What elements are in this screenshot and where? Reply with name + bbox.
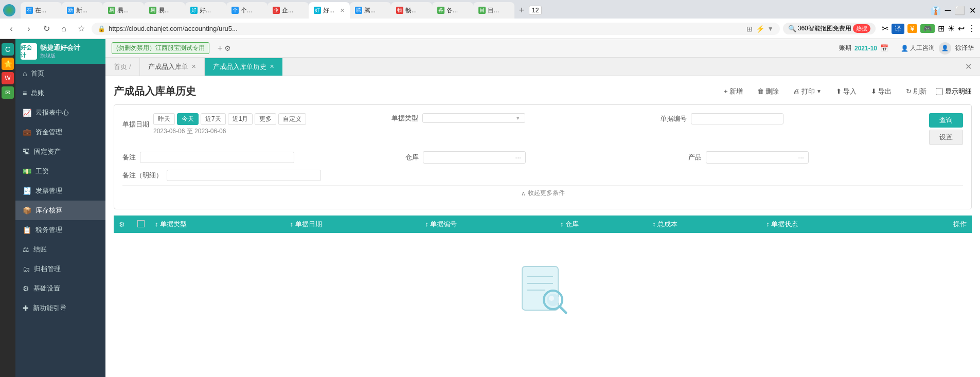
translate-icon[interactable]: 译 — [892, 24, 904, 34]
search-row-1: 单据日期 昨天 今天 近7天 近1月 更多 自定义 2 — [122, 113, 963, 145]
import-button[interactable]: ⬆ 导入 — [831, 85, 862, 98]
tab-history-close-icon[interactable]: ✕ — [270, 63, 274, 70]
sidebar-item-new-features[interactable]: ✚ 新功能引导 — [15, 298, 105, 318]
number-input[interactable] — [691, 113, 783, 124]
refresh-button[interactable]: ↻ 刷新 — [901, 85, 932, 98]
close-panel-icon[interactable]: ✕ — [965, 62, 972, 71]
yuan-icon[interactable]: ¥ — [907, 24, 917, 33]
browser-tab-4[interactable]: 易 易... — [144, 2, 185, 19]
type-select[interactable]: ▼ — [422, 113, 525, 123]
print-button[interactable]: 🖨 打印 ▼ — [788, 85, 827, 98]
breadcrumb-home[interactable]: 首页 — [114, 62, 127, 71]
sidebar-item-general-ledger[interactable]: ≡ 总账 — [15, 83, 105, 103]
warehouse-select[interactable]: ··· — [423, 151, 526, 164]
col-warehouse[interactable]: ↕ 仓库 — [555, 216, 647, 233]
page-title: 产成品入库单历史 — [114, 84, 196, 98]
workspace-settings-icon[interactable]: ⚙ — [224, 44, 231, 52]
tab-8-close-icon[interactable]: ✕ — [340, 7, 345, 14]
sidebar-item-home[interactable]: ⌂ 首页 — [15, 64, 105, 83]
browser-tab-9[interactable]: 腾 腾... — [350, 2, 391, 19]
home-browser-button[interactable]: ⌂ — [57, 22, 71, 36]
game-icon[interactable]: 🎮 — [920, 24, 935, 33]
browser-tab-1[interactable]: 在 在... — [21, 2, 62, 19]
filter-more[interactable]: 更多 — [255, 113, 276, 125]
search-bar-ext[interactable]: 🔍 360智能抠图免费用 热搜 — [783, 23, 876, 34]
icon-sidebar-weibo[interactable]: W — [2, 72, 14, 84]
maximize-button[interactable]: ⬜ — [955, 6, 965, 15]
sidebar-item-inventory[interactable]: 📦 库存核算 — [15, 201, 105, 220]
col-status[interactable]: ↕ 单据状态 — [761, 216, 896, 233]
col-checkbox[interactable] — [132, 216, 150, 233]
browser-tab-2[interactable]: 新 新... — [62, 2, 103, 19]
col-actions: 操作 — [896, 216, 972, 233]
dropdown-icon[interactable]: ▼ — [768, 25, 774, 32]
sun-icon[interactable]: ☀ — [948, 24, 955, 33]
sidebar-item-fund-mgmt[interactable]: 💼 资金管理 — [15, 122, 105, 142]
minimize-button[interactable]: ─ — [945, 6, 951, 15]
sidebar-item-cloud-report[interactable]: 📈 云报表中心 — [15, 103, 105, 122]
header-checkbox[interactable] — [137, 220, 145, 227]
search-row-2: 备注 仓库 ··· 产品 — [122, 151, 963, 164]
delete-label: 删除 — [765, 87, 779, 96]
filter-7days[interactable]: 近7天 — [201, 113, 226, 125]
filter-custom[interactable]: 自定义 — [278, 113, 306, 125]
sidebar-item-invoice[interactable]: 🧾 发票管理 — [15, 181, 105, 201]
tab-list[interactable]: 产成品入库单 ✕ — [140, 58, 205, 76]
browser-tab-12[interactable]: 目 目... — [473, 2, 514, 19]
col-type[interactable]: ↕ 单据类型 — [150, 216, 285, 233]
export-button[interactable]: ⬇ 导出 — [866, 85, 897, 98]
browser-tab-5[interactable]: 好 好... — [185, 2, 226, 19]
print-dropdown-icon[interactable]: ▼ — [816, 88, 822, 94]
browser-tab-6[interactable]: 个 个... — [226, 2, 268, 19]
add-button[interactable]: + 新增 — [719, 85, 748, 98]
collapse-button[interactable]: ∧ 收起更多条件 — [122, 185, 963, 201]
tab-11-icon: 各 — [437, 7, 444, 14]
col-total-cost[interactable]: ↕ 总成本 — [647, 216, 761, 233]
settings-browser-icon[interactable]: ⋮ — [968, 24, 976, 33]
calendar-icon[interactable]: 📅 — [880, 44, 888, 52]
browser-tab-11[interactable]: 各 各... — [432, 2, 473, 19]
user-avatar[interactable]: 👤 — [939, 42, 951, 55]
forward-button[interactable]: › — [22, 22, 36, 36]
grid-ext-icon[interactable]: ⊞ — [938, 24, 945, 33]
back-button[interactable]: ‹ — [4, 22, 19, 36]
undo-icon[interactable]: ↩ — [958, 24, 965, 33]
tab-list-close-icon[interactable]: ✕ — [191, 63, 196, 70]
sidebar-item-basic-settings[interactable]: ⚙ 基础设置 — [15, 279, 105, 298]
icon-sidebar-item-2[interactable]: ⭐ — [2, 58, 14, 70]
new-tab-button[interactable]: + — [514, 3, 529, 17]
filter-today[interactable]: 今天 — [177, 113, 199, 125]
col-number[interactable]: ↕ 单据编号 — [420, 216, 555, 233]
show-columns-toggle[interactable]: 显示明细 — [936, 87, 972, 96]
close-button[interactable]: ✕ — [969, 6, 976, 15]
add-workspace-button[interactable]: + — [218, 44, 222, 53]
filter-1month[interactable]: 近1月 — [228, 113, 253, 125]
note-input[interactable] — [140, 152, 294, 163]
product-select[interactable]: ··· — [706, 151, 809, 164]
sidebar-item-tax[interactable]: 📋 税务管理 — [15, 220, 105, 240]
browser-tab-8[interactable]: 好 好... ✕ — [309, 2, 350, 19]
browser-tab-3[interactable]: 易 易... — [103, 2, 144, 19]
tab-history[interactable]: 产成品入库单历史 ✕ — [205, 58, 282, 76]
delete-button[interactable]: 🗑 删除 — [752, 85, 784, 98]
query-button[interactable]: 查询 — [929, 113, 963, 128]
url-bar[interactable]: 🔒 https://cloud.chanjet.com/accounting/u… — [92, 23, 780, 35]
browser-tab-7[interactable]: 企 企... — [268, 2, 309, 19]
filter-yesterday[interactable]: 昨天 — [153, 113, 175, 125]
bookmark-button[interactable]: ☆ — [74, 22, 88, 36]
sidebar-item-archive[interactable]: 🗂 归档管理 — [15, 259, 105, 279]
icon-sidebar-chanjet[interactable]: C — [2, 43, 14, 56]
browser-tab-10[interactable]: 畅 畅... — [391, 2, 432, 19]
sidebar-item-settlement[interactable]: ⚖ 结账 — [15, 240, 105, 259]
detail-note-input[interactable] — [167, 170, 321, 181]
settings-search-button[interactable]: 设置 — [929, 130, 963, 145]
sidebar-item-payroll[interactable]: 💵 工资 — [15, 161, 105, 181]
user-service-button[interactable]: 👤 人工咨询 — [901, 44, 935, 52]
sidebar-item-fixed-assets[interactable]: 🏗 固定资产 — [15, 142, 105, 161]
icon-sidebar-email[interactable]: ✉ — [2, 86, 14, 99]
refresh-browser-button[interactable]: ↻ — [39, 22, 54, 36]
show-columns-checkbox[interactable] — [936, 88, 943, 95]
col-date[interactable]: ↕ 单据日期 — [285, 216, 420, 233]
col-settings[interactable]: ⚙ — [114, 216, 132, 233]
scissors-icon[interactable]: ✂ — [882, 24, 888, 33]
